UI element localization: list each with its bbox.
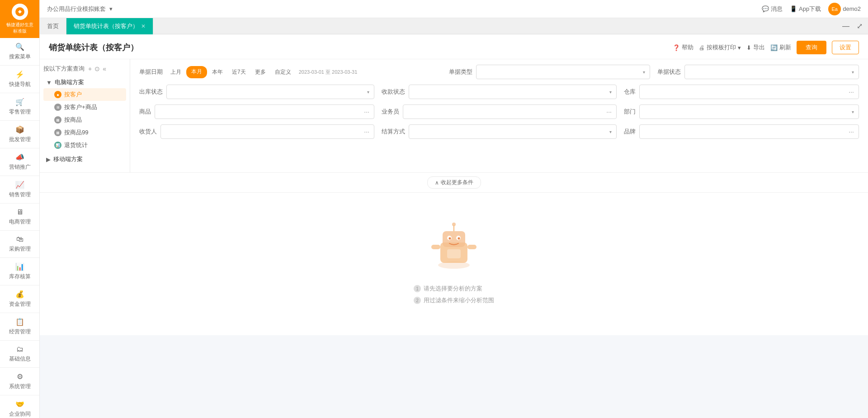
scheme-item-by-customer[interactable]: ● 按客户: [43, 88, 126, 101]
scheme-add-icon[interactable]: +: [88, 65, 92, 72]
sidebar-item-retail[interactable]: 🛒 零售管理: [0, 93, 39, 121]
query-btn[interactable]: 查询: [797, 41, 826, 54]
scheme-collapse-icon[interactable]: «: [103, 65, 106, 72]
date-tab-custom[interactable]: 自定义: [271, 66, 295, 78]
refresh-btn[interactable]: 🔄 刷新: [770, 43, 791, 52]
dept-caret-icon: ▾: [852, 109, 854, 114]
sidebar-item-search[interactable]: 🔍 搜索菜单: [0, 38, 39, 66]
tab-bar: 首页 销货单统计表（按客户） ✕ — ⤢: [40, 18, 868, 34]
sidebar-item-sales[interactable]: 📈 销售管理: [0, 176, 39, 204]
sidebar-item-purchase-label: 采购管理: [9, 245, 31, 253]
sidebar-item-wholesale[interactable]: 📦 批发管理: [0, 121, 39, 148]
scheme-item-return-stat[interactable]: 📊 退货统计: [43, 139, 126, 152]
ecommerce-icon: 🖥: [16, 208, 24, 216]
brand-control[interactable]: ···: [639, 124, 859, 139]
filter-item-doc-type: 单据类型 ▾: [449, 65, 651, 79]
sidebar-item-system[interactable]: ⚙ 系统管理: [0, 368, 39, 395]
print-dropdown-icon: ▾: [738, 44, 741, 51]
date-tab-7days[interactable]: 近7天: [228, 66, 250, 78]
payment-status-control[interactable]: ▾: [409, 85, 617, 99]
doc-status-control[interactable]: ▾: [684, 65, 859, 79]
export-btn[interactable]: ⬇ 导出: [746, 43, 765, 52]
goods-control[interactable]: ···: [155, 104, 374, 119]
date-label: 单据日期: [139, 68, 163, 76]
tab-maximize-btn[interactable]: ⤢: [855, 20, 864, 32]
collapse-btn[interactable]: ∧ 收起更多条件: [427, 176, 481, 189]
marketing-icon: 📣: [15, 153, 24, 162]
tab-actions: — ⤢: [840, 20, 868, 32]
sidebar-item-finance[interactable]: 💰 资金管理: [0, 285, 39, 313]
tab-home[interactable]: 首页: [40, 18, 66, 34]
sidebar-item-ecommerce[interactable]: 🖥 电商管理: [0, 204, 39, 231]
message-label: 消息: [771, 5, 783, 13]
settlement-label: 结算方式: [382, 128, 405, 136]
sidebar-item-enterprise[interactable]: 🤝 企业协同: [0, 395, 39, 418]
business-icon: 📋: [15, 318, 24, 326]
message-btn[interactable]: 💬 消息: [762, 5, 783, 13]
scheme-group-mobile-label: 移动端方案: [53, 155, 83, 163]
tab-sales-stat[interactable]: 销货单统计表（按客户） ✕: [66, 18, 153, 34]
out-status-control[interactable]: ▾: [166, 85, 374, 99]
page-inner: 销货单统计表（按客户） ❓ 帮助 🖨 按模板打印 ▾ ⬇ 导出: [40, 34, 868, 335]
collapse-btn-label: 收起更多条件: [441, 179, 473, 186]
settings-btn[interactable]: 设置: [832, 41, 859, 54]
doc-type-control[interactable]: ▾: [476, 65, 651, 79]
sidebar-item-inventory[interactable]: 📊 库存核算: [0, 258, 39, 285]
svg-point-11: [452, 223, 456, 226]
sidebar-item-business[interactable]: 📋 经营管理: [0, 313, 39, 341]
scheme-item-by-goods99[interactable]: ▦ 按商品99: [43, 126, 126, 139]
logo-subtext: 标准版: [13, 28, 27, 34]
scheme-item-by-goods[interactable]: ▦ 按商品: [43, 114, 126, 126]
settlement-control[interactable]: ▾: [409, 124, 617, 139]
sidebar-item-purchase[interactable]: 🛍 采购管理: [0, 231, 39, 258]
sidebar-item-quicknav[interactable]: ⚡ 快捷导航: [0, 66, 39, 93]
svg-rect-8: [431, 245, 440, 249]
dept-control[interactable]: ▾: [639, 104, 859, 119]
salesperson-dots-icon: ···: [606, 108, 612, 115]
print-icon: 🖨: [699, 44, 705, 51]
print-btn[interactable]: 🖨 按模板打印 ▾: [699, 43, 741, 52]
date-tab-more[interactable]: 更多: [251, 66, 270, 78]
filter-item-salesperson: 业务员 ···: [382, 104, 617, 119]
scheme-group-desktop: ▼ 电脑端方案 ● 按客户 ⊞ 按客户+商品 ▦: [43, 76, 126, 152]
sidebar-item-business-label: 经营管理: [9, 328, 31, 336]
sidebar-item-basic-label: 基础信息: [9, 355, 31, 363]
tab-close-icon[interactable]: ✕: [141, 23, 146, 29]
scheme-item-by-customer-goods-label: 按客户+商品: [64, 103, 97, 111]
recipient-dots-icon: ···: [364, 128, 369, 135]
recipient-control[interactable]: ···: [160, 124, 374, 139]
date-tab-last-month[interactable]: 上月: [166, 66, 185, 78]
scheme-settings-icon[interactable]: ⊙: [94, 65, 100, 72]
tab-home-label: 首页: [47, 22, 59, 30]
message-icon: 💬: [762, 5, 769, 12]
tip-1-text: 请先选择要分析的方案: [424, 285, 482, 293]
doc-type-caret-icon: ▾: [643, 70, 645, 75]
sales-icon: 📈: [15, 180, 24, 189]
tab-minimize-btn[interactable]: —: [840, 20, 851, 32]
scheme-group-mobile-title[interactable]: ▶ 移动端方案: [43, 153, 126, 165]
date-tab-this-month[interactable]: 本月: [186, 66, 207, 78]
filter-item-date: 单据日期 上月 本月 本年 近7天 更多 自定义 2023-03-01 至 20…: [139, 66, 442, 78]
user-name: demo2: [843, 5, 861, 12]
refresh-icon: 🔄: [770, 44, 778, 51]
app-download-btn[interactable]: 📱 App下载: [790, 5, 821, 13]
help-btn[interactable]: ❓ 帮助: [673, 43, 693, 52]
sidebar-item-finance-label: 资金管理: [9, 300, 31, 308]
scheme-group-desktop-title[interactable]: ▼ 电脑端方案: [43, 76, 126, 88]
brand-dots-icon: ···: [849, 128, 854, 135]
sidebar-item-basic[interactable]: 🗂 基础信息: [0, 341, 39, 368]
app-download-icon: 📱: [790, 5, 797, 12]
empty-tip-2: 2 用过滤条件来缩小分析范围: [414, 296, 494, 304]
scheme-group-desktop-arrow: ▼: [46, 79, 52, 86]
warehouse-control[interactable]: ···: [639, 85, 859, 99]
sidebar-item-marketing[interactable]: 📣 营销推广: [0, 148, 39, 176]
salesperson-control[interactable]: ···: [403, 104, 617, 119]
logo-text: 畅捷通好生意: [6, 22, 33, 28]
tip-1-num: 1: [414, 285, 421, 292]
quicknav-icon: ⚡: [15, 70, 24, 79]
top-bar-dropdown-icon[interactable]: ▾: [109, 5, 113, 12]
date-tab-this-year[interactable]: 本年: [208, 66, 227, 78]
scheme-item-by-customer-goods[interactable]: ⊞ 按客户+商品: [43, 101, 126, 114]
user-menu[interactable]: Ea demo2: [828, 3, 861, 15]
sidebar-item-ecommerce-label: 电商管理: [9, 218, 31, 226]
